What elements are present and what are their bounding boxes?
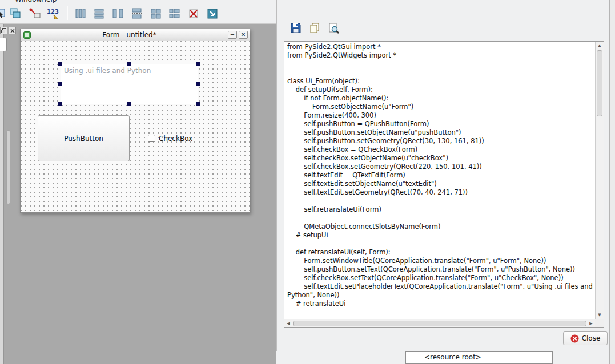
textedit-widget[interactable]: Using .ui files and Python <box>61 64 198 104</box>
dock-float-button[interactable] <box>0 27 7 34</box>
form-editor-window: Form - untitled* − ✕ Using .ui files and… <box>20 29 250 213</box>
widget-box-scrollbar[interactable] <box>6 130 10 204</box>
toolbar-separator <box>67 6 68 20</box>
pushbutton-widget[interactable]: PushButton <box>38 115 130 161</box>
selection-handle-mid-left[interactable] <box>58 82 62 86</box>
form-close-button[interactable]: ✕ <box>239 31 248 39</box>
close-button[interactable]: Close <box>563 331 608 345</box>
selection-handle-top-right[interactable] <box>196 62 200 66</box>
textedit-placeholder: Using .ui files and Python <box>64 67 151 75</box>
selection-handle-mid-right[interactable] <box>196 82 200 86</box>
code-preview-dialog: from PySide2.QtGui import * from PySide2… <box>276 0 609 351</box>
selection-handle-bottom-left[interactable] <box>58 102 62 106</box>
resource-browser-panel: <resource root> <box>405 351 553 364</box>
scrollbar-corner <box>595 319 604 327</box>
layout-horizontal-icon[interactable] <box>73 6 88 21</box>
layout-horizontal-splitter-icon[interactable] <box>111 6 126 21</box>
form-file-icon <box>23 31 31 39</box>
layout-vertical-splitter-icon[interactable] <box>130 6 144 21</box>
adjust-size-icon[interactable] <box>205 6 220 21</box>
vertical-scrollbar-thumb[interactable] <box>597 50 602 116</box>
mdi-area: Form - untitled* − ✕ Using .ui files and… <box>0 24 276 364</box>
edit-signals-slots-icon[interactable] <box>8 6 23 21</box>
menu-window[interactable]: Window <box>15 0 42 3</box>
edit-widgets-icon[interactable] <box>0 6 8 21</box>
scroll-left-icon[interactable]: ◀ <box>284 319 292 327</box>
form-window-titlebar[interactable]: Form - untitled* − ✕ <box>21 29 250 41</box>
menubar: Window Help <box>0 0 276 4</box>
save-icon[interactable] <box>288 21 303 35</box>
scroll-up-icon[interactable]: ▲ <box>596 42 604 50</box>
layout-grid-icon[interactable] <box>148 6 163 21</box>
svg-text:123: 123 <box>47 9 59 15</box>
selection-handle-bottom-mid[interactable] <box>127 102 131 106</box>
resource-root-item[interactable]: <resource root> <box>406 352 552 363</box>
widget-box-dock-edge <box>0 24 4 364</box>
qt-designer-screen: Window Help 123 <box>0 0 615 364</box>
horizontal-scrollbar-thumb[interactable] <box>293 321 586 326</box>
code-view[interactable]: from PySide2.QtGui import * from PySide2… <box>284 42 595 319</box>
close-button-label: Close <box>582 334 601 342</box>
scroll-right-icon[interactable]: ▶ <box>587 319 595 327</box>
layout-form-icon[interactable] <box>167 6 182 21</box>
selection-handle-bottom-right[interactable] <box>196 102 200 106</box>
selection-handle-top-mid[interactable] <box>127 62 131 66</box>
pushbutton-label: PushButton <box>64 135 103 143</box>
main-toolbar: 123 <box>0 4 276 24</box>
form-window-title: Form - untitled* <box>31 31 228 39</box>
copy-icon[interactable] <box>307 21 322 35</box>
close-icon <box>570 334 579 343</box>
vertical-scrollbar[interactable]: ▲ ▼ <box>595 42 604 319</box>
window-right-edge <box>609 0 615 364</box>
selection-handle-top-left[interactable] <box>58 62 62 66</box>
find-icon[interactable] <box>326 21 341 35</box>
scroll-down-icon[interactable]: ▼ <box>596 311 604 319</box>
menu-help[interactable]: Help <box>41 0 57 3</box>
checkbox-indicator[interactable] <box>148 135 155 142</box>
form-canvas[interactable]: Using .ui files and Python PushButton Ch… <box>21 41 250 212</box>
checkbox-label: CheckBox <box>159 135 192 143</box>
break-layout-icon[interactable] <box>186 6 201 21</box>
code-frame: from PySide2.QtGui import * from PySide2… <box>284 41 604 328</box>
edit-tab-order-icon[interactable]: 123 <box>46 6 61 21</box>
form-minimize-button[interactable]: − <box>228 31 237 39</box>
layout-vertical-icon[interactable] <box>92 6 107 21</box>
edit-buddies-icon[interactable] <box>27 6 42 21</box>
horizontal-scrollbar[interactable]: ◀ ▶ <box>284 319 595 327</box>
checkbox-widget[interactable]: CheckBox <box>146 127 204 150</box>
dock-close-button[interactable] <box>9 27 16 34</box>
widget-box-filter-field[interactable] <box>0 38 7 51</box>
